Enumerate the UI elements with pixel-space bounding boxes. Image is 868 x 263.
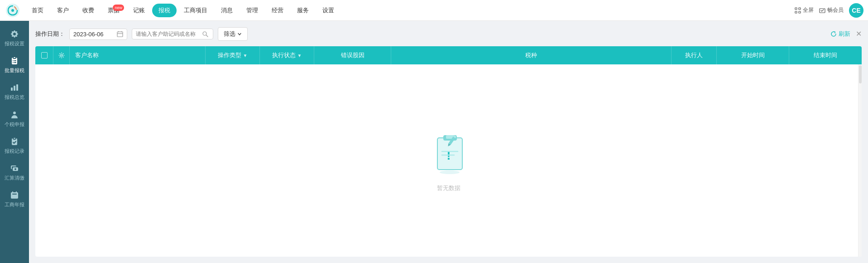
sidebar-label-annual-report: 工商年报	[5, 202, 24, 208]
empty-illustration: !	[426, 129, 471, 179]
tax-records-icon	[10, 136, 19, 146]
app-logo[interactable]	[5, 2, 21, 19]
sidebar-item-remittance[interactable]: 汇算清缴	[1, 159, 28, 185]
th-taxtype-label: 税种	[525, 51, 537, 59]
member-button[interactable]: 畅会员	[819, 6, 844, 14]
svg-rect-3	[799, 8, 801, 10]
optype-sort-icon: ▼	[243, 53, 248, 58]
th-name-label: 客户名称	[75, 51, 99, 59]
th-checkbox[interactable]	[35, 46, 53, 64]
th-error-label: 错误股因	[341, 51, 364, 59]
nav-item-收费[interactable]: 收费	[76, 4, 101, 17]
scrollbar-track[interactable]	[858, 64, 862, 257]
nav-item-经营[interactable]: 经营	[265, 4, 290, 17]
calendar-icon	[117, 31, 123, 37]
batch-tax-icon	[10, 56, 19, 66]
nav-item-管理[interactable]: 管理	[240, 4, 264, 17]
chevron-down-icon	[237, 32, 242, 36]
nav-item-工商项目[interactable]: 工商项目	[177, 4, 214, 17]
sidebar-label-tax-settings: 报税设置	[5, 41, 24, 47]
fullscreen-label: 全屏	[803, 6, 814, 14]
nav-item-消息[interactable]: 消息	[215, 4, 239, 17]
table-body: ! 暂无数据	[35, 64, 862, 257]
sidebar-item-personal-tax[interactable]: 个税申报	[1, 105, 28, 132]
personal-tax-icon	[10, 110, 19, 120]
refresh-icon	[830, 31, 837, 37]
th-optype-label: 操作类型	[218, 51, 241, 59]
search-icon	[202, 31, 208, 37]
nav-item-服务[interactable]: 服务	[291, 4, 315, 17]
main-layout: 报税设置 批量报税 报税总览 个税申报 报税记录 汇算清缴 工商年报 操作日期：	[0, 21, 868, 263]
filter-bar: 操作日期： 筛选	[35, 27, 862, 41]
close-button[interactable]: ✕	[856, 30, 862, 38]
refresh-button[interactable]: 刷新	[830, 30, 850, 38]
top-navigation: 首页客户收费票据new记账报税工商项目消息管理经营服务设置 全屏 畅会员 CE	[0, 0, 868, 21]
svg-rect-5	[799, 11, 801, 13]
select-all-checkbox[interactable]	[41, 52, 48, 58]
sidebar-item-annual-report[interactable]: 工商年报	[1, 185, 28, 212]
svg-point-1	[11, 9, 14, 12]
th-taxtype: 税种	[391, 46, 671, 64]
th-executor-label: 执行人	[685, 51, 703, 59]
filter-right: 刷新 ✕	[830, 30, 862, 38]
avatar-text: CE	[852, 7, 860, 14]
filter-label-text: 筛选	[224, 30, 235, 38]
tax-summary-icon	[10, 83, 19, 93]
nav-items: 首页客户收费票据new记账报税工商项目消息管理经营服务设置	[25, 4, 795, 17]
sidebar-label-remittance: 汇算清缴	[5, 175, 24, 181]
th-executor: 执行人	[671, 46, 717, 64]
fullscreen-button[interactable]: 全屏	[795, 6, 814, 14]
sidebar-label-personal-tax: 个税申报	[5, 122, 24, 127]
fullscreen-icon	[795, 7, 801, 14]
th-status-label: 执行状态	[272, 51, 296, 59]
settings-icon	[58, 52, 65, 58]
nav-item-设置[interactable]: 设置	[316, 4, 340, 17]
date-input[interactable]	[73, 31, 114, 38]
sidebar-label-batch-tax: 批量报税	[5, 68, 24, 73]
sidebar: 报税设置 批量报税 报税总览 个税申报 报税记录 汇算清缴 工商年报	[0, 21, 29, 263]
nav-item-记账[interactable]: 记账	[127, 4, 151, 17]
status-sort-icon: ▼	[297, 53, 302, 58]
search-box[interactable]	[132, 29, 213, 39]
sidebar-item-batch-tax[interactable]: 批量报税	[1, 51, 28, 78]
nav-item-客户[interactable]: 客户	[51, 4, 75, 17]
search-input[interactable]	[136, 31, 199, 37]
svg-rect-7	[117, 32, 123, 37]
empty-state: ! 暂无数据	[426, 129, 471, 192]
nav-item-报税[interactable]: 报税	[152, 4, 177, 17]
sidebar-item-tax-summary[interactable]: 报税总览	[1, 78, 28, 105]
table-header: 客户名称 操作类型 ▼ 执行状态 ▼ 错误股因 税种 执行人	[35, 46, 862, 64]
sidebar-item-tax-settings[interactable]: 报税设置	[1, 24, 28, 51]
member-label: 畅会员	[827, 6, 844, 14]
svg-point-9	[61, 54, 62, 56]
nav-item-首页[interactable]: 首页	[25, 4, 50, 17]
scrollbar-thumb[interactable]	[859, 65, 862, 83]
svg-rect-4	[795, 11, 797, 13]
nav-item-票据[interactable]: 票据new	[101, 4, 126, 17]
sidebar-label-tax-records: 报税记录	[5, 148, 24, 154]
th-start: 开始时间	[717, 46, 789, 64]
date-picker[interactable]	[69, 29, 127, 40]
th-optype[interactable]: 操作类型 ▼	[206, 46, 260, 64]
sidebar-label-tax-summary: 报税总览	[5, 94, 24, 100]
empty-text: 暂无数据	[437, 184, 460, 192]
svg-rect-2	[795, 8, 797, 10]
tax-settings-icon	[10, 29, 19, 39]
th-end-label: 结束时间	[814, 51, 837, 59]
remittance-icon	[10, 163, 19, 173]
nav-right: 全屏 畅会员 CE	[795, 3, 863, 18]
th-name: 客户名称	[70, 46, 206, 64]
data-table: 客户名称 操作类型 ▼ 执行状态 ▼ 错误股因 税种 执行人	[35, 46, 862, 257]
main-content: 操作日期： 筛选	[29, 21, 868, 263]
filter-button[interactable]: 筛选	[218, 27, 248, 41]
nav-badge-票据: new	[113, 5, 124, 11]
date-label: 操作日期：	[35, 30, 65, 38]
th-start-label: 开始时间	[741, 51, 765, 59]
th-settings[interactable]	[53, 46, 70, 64]
member-icon	[819, 7, 825, 14]
sidebar-item-tax-records[interactable]: 报税记录	[1, 132, 28, 159]
refresh-label: 刷新	[839, 30, 850, 38]
user-avatar[interactable]: CE	[849, 3, 863, 18]
th-status[interactable]: 执行状态 ▼	[260, 46, 314, 64]
th-end: 结束时间	[789, 46, 862, 64]
